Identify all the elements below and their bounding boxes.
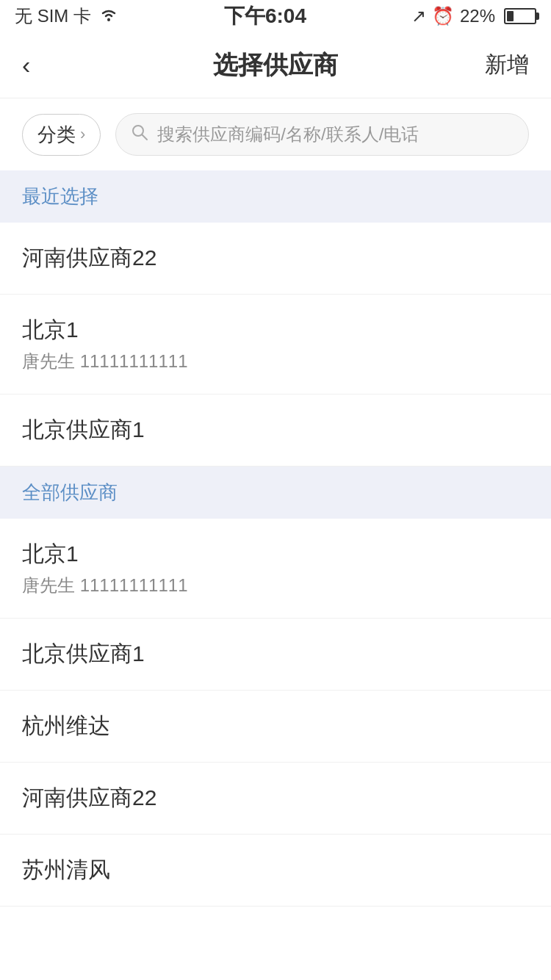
add-button[interactable]: 新增: [485, 50, 529, 80]
recent-item-contact-1: 唐先生 11111111111: [22, 350, 529, 373]
all-item-name-0: 北京1: [22, 539, 529, 569]
all-item-contact-0: 唐先生 11111111111: [22, 574, 529, 597]
location-icon: ↗: [411, 6, 426, 26]
no-sim-label: 无 SIM 卡: [15, 4, 91, 28]
category-button[interactable]: 分类 ›: [22, 114, 101, 156]
all-item-2[interactable]: 杭州维达: [0, 691, 551, 763]
all-item-4[interactable]: 苏州清风: [0, 835, 551, 907]
recent-item-name-0: 河南供应商22: [22, 243, 529, 273]
all-list: 北京1 唐先生 11111111111 北京供应商1 杭州维达 河南供应商22 …: [0, 519, 551, 907]
back-button[interactable]: ‹: [22, 51, 66, 79]
recent-section-label: 最近选择: [22, 185, 98, 207]
nav-bar: ‹ 选择供应商 新增: [0, 32, 551, 98]
svg-point-0: [107, 18, 110, 21]
page-title: 选择供应商: [213, 48, 338, 82]
chevron-right-icon: ›: [80, 125, 85, 144]
wifi-icon: [98, 6, 119, 26]
category-label: 分类: [37, 122, 76, 148]
recent-item-0[interactable]: 河南供应商22: [0, 223, 551, 295]
status-right: ↗ ⏰ 22%: [411, 6, 536, 26]
recent-item-2[interactable]: 北京供应商1: [0, 394, 551, 466]
battery-percent: 22%: [460, 6, 495, 26]
recent-list: 河南供应商22 北京1 唐先生 11111111111 北京供应商1: [0, 223, 551, 466]
all-item-name-3: 河南供应商22: [22, 783, 529, 813]
all-item-name-2: 杭州维达: [22, 711, 529, 741]
recent-item-1[interactable]: 北京1 唐先生 11111111111: [0, 295, 551, 394]
all-item-0[interactable]: 北京1 唐先生 11111111111: [0, 519, 551, 619]
recent-item-name-2: 北京供应商1: [22, 415, 529, 445]
status-time: 下午6:04: [224, 2, 306, 30]
all-item-3[interactable]: 河南供应商22: [0, 763, 551, 835]
search-icon: [131, 123, 148, 145]
filter-bar: 分类 › 搜索供应商编码/名称/联系人/电话: [0, 98, 551, 170]
all-item-1[interactable]: 北京供应商1: [0, 619, 551, 691]
all-item-name-4: 苏州清风: [22, 855, 529, 885]
search-box[interactable]: 搜索供应商编码/名称/联系人/电话: [115, 113, 529, 156]
all-item-name-1: 北京供应商1: [22, 639, 529, 669]
svg-line-2: [143, 135, 148, 140]
battery-icon: [504, 8, 536, 24]
search-placeholder: 搜索供应商编码/名称/联系人/电话: [157, 123, 419, 146]
recent-section-header: 最近选择: [0, 170, 551, 223]
alarm-icon: ⏰: [432, 6, 454, 26]
all-section-label: 全部供应商: [22, 481, 118, 503]
all-section-header: 全部供应商: [0, 466, 551, 519]
recent-item-name-1: 北京1: [22, 315, 529, 345]
status-left: 无 SIM 卡: [15, 4, 119, 28]
status-bar: 无 SIM 卡 下午6:04 ↗ ⏰ 22%: [0, 0, 551, 32]
